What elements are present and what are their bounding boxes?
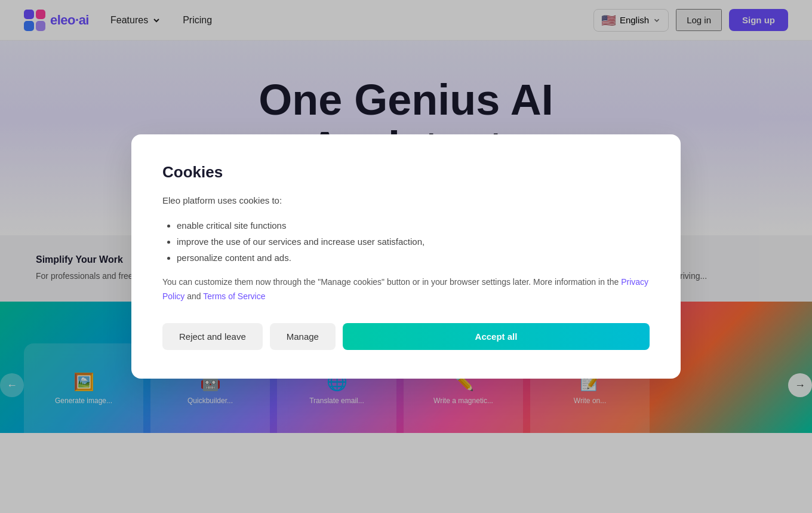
manage-button[interactable]: Manage bbox=[270, 323, 336, 350]
cookie-and: and bbox=[187, 291, 203, 301]
cookie-list: enable critical site functions improve t… bbox=[162, 217, 650, 266]
cookie-info-text: You can customize them now through the "… bbox=[162, 277, 621, 287]
cookie-item-2: improve the use of our services and incr… bbox=[177, 234, 650, 250]
accept-all-button[interactable]: Accept all bbox=[343, 323, 650, 350]
reject-button[interactable]: Reject and leave bbox=[162, 323, 263, 350]
cookie-actions: Reject and leave Manage Accept all bbox=[162, 323, 650, 350]
cookie-item-1: enable critical site functions bbox=[177, 217, 650, 234]
cookie-title: Cookies bbox=[162, 163, 650, 182]
cookie-modal: Cookies Eleo platform uses cookies to: e… bbox=[131, 134, 681, 379]
cookie-description: Eleo platform uses cookies to: bbox=[162, 193, 650, 208]
cookie-overlay: Cookies Eleo platform uses cookies to: e… bbox=[0, 0, 812, 513]
cookie-item-3: personalize content and ads. bbox=[177, 250, 650, 266]
cookie-info: You can customize them now through the "… bbox=[162, 275, 650, 304]
terms-of-service-link[interactable]: Terms of Service bbox=[203, 291, 265, 301]
